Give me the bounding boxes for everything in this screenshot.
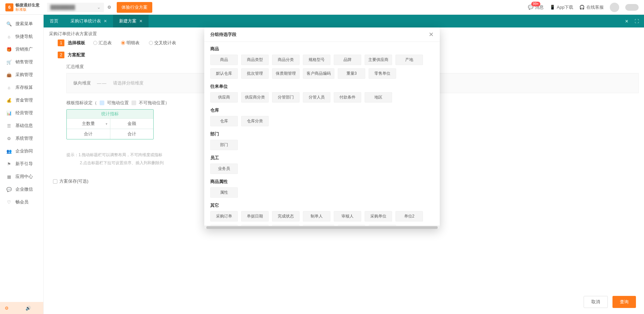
- field-group-title: 往来单位: [210, 83, 434, 89]
- field-option[interactable]: 分管人员: [303, 92, 330, 103]
- field-option[interactable]: 默认仓库: [210, 68, 238, 79]
- field-option[interactable]: 仓库分类: [241, 116, 269, 126]
- field-option[interactable]: 零售单位: [369, 68, 396, 79]
- field-option[interactable]: 单位2: [395, 211, 423, 222]
- field-option[interactable]: 制单人: [303, 211, 330, 222]
- field-group-title: 员工: [210, 155, 434, 161]
- field-option[interactable]: 批次管理: [241, 68, 269, 79]
- field-option[interactable]: 客户商品编码: [303, 68, 334, 79]
- field-group-title: 仓库: [210, 107, 434, 113]
- field-option[interactable]: 规格型号: [303, 55, 330, 65]
- field-option[interactable]: 完成状态: [272, 211, 300, 222]
- field-group-title: 部门: [210, 131, 434, 137]
- field-group-2: 仓库仓库仓库分类: [210, 107, 434, 126]
- field-option[interactable]: 分管部门: [272, 92, 300, 103]
- field-option[interactable]: 地区: [365, 92, 392, 103]
- field-option[interactable]: 业务员: [210, 164, 238, 174]
- field-option[interactable]: 品牌: [334, 55, 361, 65]
- modal-horizontal-scrollbar[interactable]: [204, 226, 440, 229]
- field-option[interactable]: 单据日期: [241, 211, 269, 222]
- field-option[interactable]: 审核人: [334, 211, 361, 222]
- field-group-title: 商品属性: [210, 179, 434, 185]
- field-group-4: 员工业务员: [210, 155, 434, 174]
- field-group-6: 其它采购订单单据日期完成状态制单人审核人采购单位单位2主计量批号价格类型预计到货…: [210, 202, 434, 226]
- field-group-5: 商品属性属性: [210, 179, 434, 198]
- field-option[interactable]: 商品: [210, 55, 238, 65]
- field-option[interactable]: 付款条件: [334, 92, 361, 103]
- field-option[interactable]: 部门: [210, 140, 238, 150]
- field-option[interactable]: 属性: [210, 187, 238, 198]
- field-option[interactable]: 主要供应商: [365, 55, 392, 65]
- field-option[interactable]: 商品分类: [272, 55, 300, 65]
- field-group-title: 其它: [210, 202, 434, 208]
- field-selector-modal: 分组待选字段 ✕ 商品商品商品类型商品分类规格型号品牌主要供应商产地默认仓库批次…: [204, 27, 440, 229]
- field-option[interactable]: 商品类型: [241, 55, 269, 65]
- field-option[interactable]: 仓库: [210, 116, 238, 126]
- field-option[interactable]: 保质期管理: [272, 68, 300, 79]
- field-option[interactable]: 供应商: [210, 92, 238, 103]
- field-option[interactable]: 供应商分类: [241, 92, 269, 103]
- field-option[interactable]: 采购订单: [210, 211, 238, 222]
- modal-title: 分组待选字段: [210, 32, 236, 38]
- modal-close-button[interactable]: ✕: [429, 32, 434, 38]
- field-group-1: 往来单位供应商供应商分类分管部门分管人员付款条件地区: [210, 83, 434, 103]
- field-option[interactable]: 采购单位: [365, 211, 392, 222]
- field-group-3: 部门部门: [210, 131, 434, 150]
- field-option[interactable]: 重量3: [338, 68, 365, 79]
- field-group-0: 商品商品商品类型商品分类规格型号品牌主要供应商产地默认仓库批次管理保质期管理客户…: [210, 46, 434, 79]
- field-option[interactable]: 产地: [395, 55, 423, 65]
- field-group-title: 商品: [210, 46, 434, 52]
